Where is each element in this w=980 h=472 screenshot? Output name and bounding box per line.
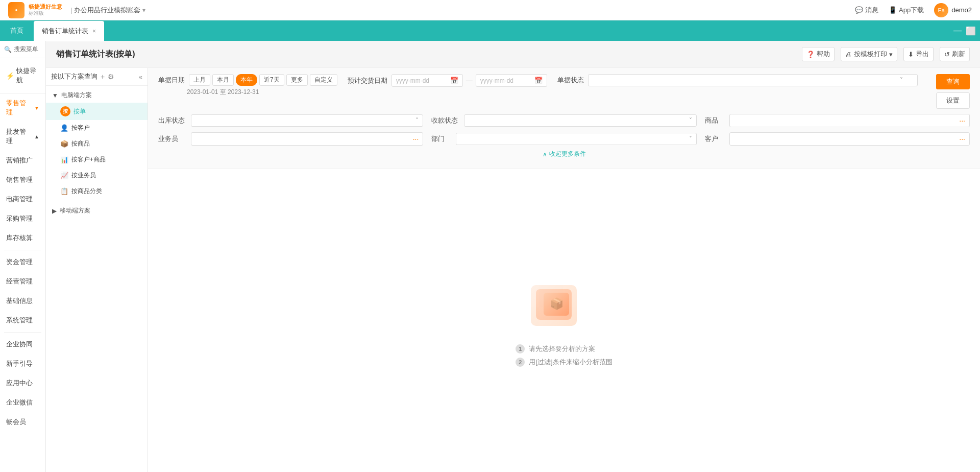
sidebar-item-sales[interactable]: 销售管理 bbox=[0, 170, 45, 190]
sidebar-divider bbox=[4, 250, 41, 250]
search-menu-btn[interactable]: 🔍 搜索菜单 bbox=[0, 41, 45, 58]
sidebar-item-quick-nav[interactable]: ⚡ 快捷导航 bbox=[0, 61, 45, 90]
collapse-icon: ∧ bbox=[543, 151, 547, 158]
sidebar-item-system[interactable]: 系统管理 bbox=[0, 311, 45, 330]
refresh-icon: ↺ bbox=[944, 51, 950, 58]
date-btn-custom[interactable]: 自定义 bbox=[310, 74, 337, 86]
scheme-item-by-customer-label: 按客户 bbox=[71, 124, 90, 132]
query-btn[interactable]: 查询 bbox=[936, 74, 970, 89]
customer-filter: 客户 ··· bbox=[705, 132, 970, 146]
status-select[interactable]: ˅ bbox=[588, 74, 918, 86]
breadcrumb-title[interactable]: 办公用品行业模拟账套 bbox=[74, 6, 140, 15]
staff-select[interactable]: ··· bbox=[191, 132, 423, 146]
scheme-item-by-customer-goods-label: 按客户+商品 bbox=[71, 155, 106, 164]
scheme-panel-header: 按以下方案查询 + ⚙ « bbox=[46, 68, 148, 86]
operations-label: 经营管理 bbox=[6, 277, 33, 286]
print-icon: 🖨 bbox=[845, 51, 852, 58]
print-arrow-icon: ▾ bbox=[889, 51, 893, 58]
date-shortcuts: 上月 本月 本年 近7天 更多 自定义 bbox=[189, 74, 337, 86]
customer-dots-icon[interactable]: ··· bbox=[959, 135, 965, 143]
refresh-btn[interactable]: ↺ 刷新 bbox=[940, 47, 970, 61]
payment-status-select[interactable]: ˅ bbox=[464, 114, 696, 127]
split-layout: 按以下方案查询 + ⚙ « ▼ 电脑端方案 按 按单 bbox=[46, 68, 980, 472]
sidebar-item-member[interactable]: 畅会员 bbox=[0, 412, 45, 432]
scheme-item-by-order[interactable]: 按 按单 bbox=[46, 103, 148, 120]
scheme-add-btn[interactable]: + bbox=[101, 73, 105, 81]
customer-select[interactable]: ··· bbox=[729, 132, 970, 146]
scheme-item-by-staff[interactable]: 📈 按业务员 bbox=[46, 168, 148, 183]
message-btn[interactable]: 💬 消息 bbox=[855, 6, 878, 15]
scheme-item-by-customer-goods[interactable]: 📊 按客户+商品 bbox=[46, 152, 148, 168]
sidebar-item-ecommerce[interactable]: 电商管理 bbox=[0, 190, 45, 209]
sidebar-item-operations[interactable]: 经营管理 bbox=[0, 272, 45, 291]
newuser-label: 新手引导 bbox=[6, 359, 33, 368]
date-btn-more[interactable]: 更多 bbox=[286, 74, 308, 86]
help-label: 帮助 bbox=[817, 50, 830, 59]
sidebar-item-wechat[interactable]: 企业微信 bbox=[0, 393, 45, 412]
hint-num-1: 1 bbox=[516, 344, 525, 353]
date-separator: — bbox=[466, 77, 473, 84]
ecommerce-label: 电商管理 bbox=[6, 195, 33, 204]
main-content: 单据日期 上月 本月 本年 近7天 更多 自定义 2023 bbox=[148, 68, 980, 472]
staff-dots-icon[interactable]: ··· bbox=[413, 135, 419, 143]
sidebar-item-marketing[interactable]: 营销推广 bbox=[0, 151, 45, 170]
date-btn-last-month[interactable]: 上月 bbox=[189, 74, 210, 86]
pc-scheme-title[interactable]: ▼ 电脑端方案 bbox=[46, 88, 148, 103]
mobile-section-arrow-icon: ▶ bbox=[52, 207, 57, 215]
app-download-btn[interactable]: 📱 App下载 bbox=[889, 6, 924, 15]
scheme-settings-btn[interactable]: ⚙ bbox=[108, 73, 114, 81]
payment-status-label: 收款状态 bbox=[431, 116, 460, 125]
sidebar-item-inventory[interactable]: 库存核算 bbox=[0, 228, 45, 248]
scheme-collapse-btn[interactable]: « bbox=[139, 73, 142, 81]
scheme-item-by-category[interactable]: 📋 按商品分类 bbox=[46, 183, 148, 199]
empty-box-inner: 📦 bbox=[544, 293, 569, 316]
purchase-label: 采购管理 bbox=[6, 214, 33, 223]
date-btn-this-month[interactable]: 本月 bbox=[212, 74, 234, 86]
help-btn[interactable]: ❓ 帮助 bbox=[802, 47, 835, 61]
sidebar-item-basic[interactable]: 基础信息 bbox=[0, 291, 45, 311]
expected-date-group: 预计交货日期 yyyy-mm-dd 📅 — yyyy-mm-dd bbox=[348, 74, 547, 87]
mobile-section-label: 移动端方案 bbox=[60, 206, 90, 215]
date-btn-this-year[interactable]: 本年 bbox=[236, 74, 257, 86]
by-customer-icon: 👤 bbox=[60, 124, 68, 132]
expected-start-date[interactable]: yyyy-mm-dd 📅 bbox=[391, 74, 463, 87]
dept-select[interactable]: ˅ bbox=[456, 133, 696, 145]
mobile-scheme-title[interactable]: ▶ 移动端方案 bbox=[46, 203, 148, 218]
sidebar-item-wholesale[interactable]: 批发管理 ▲ bbox=[0, 122, 45, 151]
tab-maximize-icon[interactable]: ⬜ bbox=[966, 26, 976, 36]
collapse-bar[interactable]: ∧ 收起更多条件 bbox=[158, 146, 970, 162]
sidebar-item-finance[interactable]: 资金管理 bbox=[0, 252, 45, 272]
date-btn-7days[interactable]: 近7天 bbox=[259, 74, 284, 86]
scheme-item-by-goods[interactable]: 📦 按商品 bbox=[46, 136, 148, 152]
tab-bar: 首页 销售订单统计表 × — ⬜ bbox=[0, 20, 980, 41]
sidebar-item-enterprise[interactable]: 企业协同 bbox=[0, 335, 45, 354]
export-btn[interactable]: ⬇ 导出 bbox=[903, 47, 934, 61]
print-btn[interactable]: 🖨 按模板打印 ▾ bbox=[841, 47, 897, 61]
app-download-label: App下载 bbox=[899, 6, 924, 15]
tab-home[interactable]: 首页 bbox=[0, 20, 34, 41]
breadcrumb-arrow-icon[interactable]: ▾ bbox=[142, 7, 145, 14]
pc-section-label: 电脑端方案 bbox=[61, 91, 92, 100]
wholesale-arrow-icon: ▲ bbox=[34, 134, 39, 139]
sidebar-item-purchase[interactable]: 采购管理 bbox=[0, 209, 45, 228]
pc-section-arrow-icon: ▼ bbox=[52, 92, 58, 99]
hint-text-1: 请先选择要分析的方案 bbox=[529, 344, 595, 353]
tab-close-icon[interactable]: × bbox=[92, 28, 96, 35]
scheme-item-by-customer[interactable]: 👤 按客户 bbox=[46, 120, 148, 136]
sidebar-item-appcenter[interactable]: 应用中心 bbox=[0, 373, 45, 393]
inventory-label: 库存核算 bbox=[6, 233, 33, 243]
goods-dots-icon[interactable]: ··· bbox=[959, 116, 965, 125]
settings-btn[interactable]: 设置 bbox=[936, 92, 970, 109]
sidebar-item-newuser[interactable]: 新手引导 bbox=[0, 354, 45, 373]
tab-active[interactable]: 销售订单统计表 × bbox=[34, 21, 104, 41]
user-area[interactable]: Ea demo2 bbox=[934, 3, 972, 17]
expected-end-date[interactable]: yyyy-mm-dd 📅 bbox=[476, 74, 547, 87]
tab-minimize-icon[interactable]: — bbox=[953, 26, 962, 35]
goods-select[interactable]: ··· bbox=[729, 114, 970, 127]
sidebar-item-retail[interactable]: 零售管理 ▼ bbox=[0, 93, 45, 122]
goods-filter: 商品 ··· bbox=[705, 114, 970, 127]
help-icon: ❓ bbox=[806, 51, 815, 58]
out-status-select[interactable]: ˅ bbox=[191, 114, 423, 127]
print-label: 按模板打印 bbox=[854, 50, 887, 59]
payment-status-arrow-icon: ˅ bbox=[689, 117, 692, 124]
